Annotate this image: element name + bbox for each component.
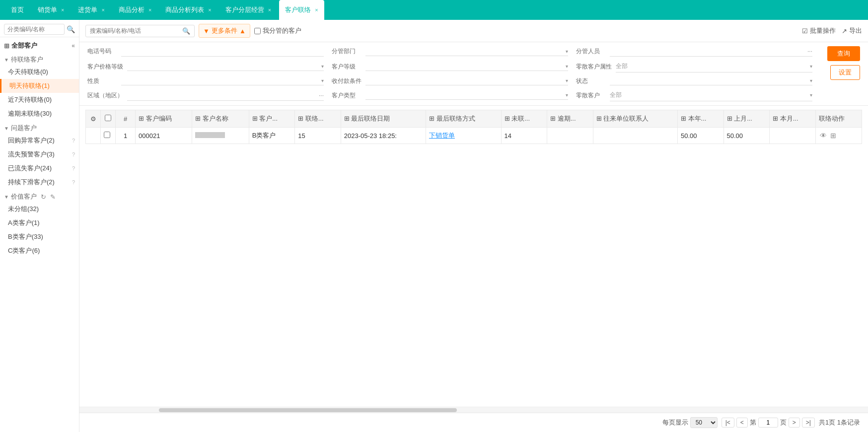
customer-name-masked: Ea xyxy=(195,132,225,138)
col-header-settings[interactable]: ⚙ xyxy=(86,110,101,128)
row-this-month-cell xyxy=(770,128,816,144)
close-purchase-order-icon[interactable]: × xyxy=(101,7,104,13)
sidebar-item-class-c[interactable]: C类客户(6) xyxy=(0,244,79,258)
filter-cell-nature: 性质 ▾ xyxy=(87,76,332,85)
nav-product-analysis-list[interactable]: 商品分析列表 × xyxy=(159,0,217,20)
col-header-action: 联络动作 xyxy=(815,110,862,128)
close-customer-contact-icon[interactable]: × xyxy=(315,7,318,13)
help-icon-declining: ? xyxy=(72,179,75,185)
nav-customer-contact[interactable]: 客户联络 × xyxy=(279,0,324,20)
value-refresh-icon[interactable]: ↻ xyxy=(41,193,46,201)
manager-more-icon[interactable]: ··· xyxy=(807,48,812,55)
filter-select-customer-grade[interactable]: ▾ xyxy=(365,62,568,71)
problem-customer-group-label[interactable]: ▼ 问题客户 xyxy=(0,121,79,134)
filter-cell-dept: 分管部门 ▾ xyxy=(332,47,576,56)
pending-contact-group-label[interactable]: ▼ 待联络客户 xyxy=(0,52,79,65)
price-grade-chevron-icon: ▾ xyxy=(321,64,324,69)
sidebar-item-today[interactable]: 今天待联络(0) xyxy=(0,65,79,79)
action-grid-icon[interactable]: ⊞ xyxy=(830,132,836,140)
sidebar-item-class-b[interactable]: B类客户(33) xyxy=(0,230,79,244)
per-page-select[interactable]: 50 100 200 xyxy=(690,417,718,428)
sidebar-item-repurchase-abnormal[interactable]: 回购异常客户(2) ? xyxy=(0,134,79,147)
nav-sales-order[interactable]: 销货单 × xyxy=(32,0,70,20)
filter-more-conditions-btn[interactable]: ▼ 更多条件 ▲ xyxy=(199,24,250,38)
action-view-icon[interactable]: 👁 xyxy=(820,132,827,140)
toolbar-search-input[interactable] xyxy=(90,27,180,34)
sidebar-item-churned[interactable]: 已流失客户(24) ? xyxy=(0,161,79,175)
row-last-contact-date-cell: 2023-05-23 18:25: xyxy=(341,128,426,144)
last-contact-method-link[interactable]: 下销货单 xyxy=(429,132,455,139)
filter-select-price-grade[interactable]: ▾ xyxy=(127,62,324,71)
col-header-checkbox[interactable] xyxy=(101,110,116,128)
first-page-btn[interactable]: |< xyxy=(722,418,734,428)
scrollbar-thumb[interactable] xyxy=(159,408,457,412)
filter-label-scattered: 零散客户 xyxy=(576,91,606,100)
customer-type-chevron-icon: ▾ xyxy=(566,92,568,98)
table-header-row: ⚙ # ⊞ 客户编码 ⊞ 客户名称 ⊞ 客户... ⊞ xyxy=(86,110,862,128)
filter-select-scattered[interactable]: 全部 ▾ xyxy=(610,89,812,101)
filter-select-status[interactable]: ▾ xyxy=(610,76,812,85)
value-edit-icon[interactable]: ✎ xyxy=(50,193,56,201)
filter-label-status: 状态 xyxy=(576,77,606,85)
filter-row-2: 客户价格等级 ▾ 客户等级 ▾ xyxy=(87,61,820,72)
row-checkbox[interactable] xyxy=(104,132,110,138)
region-more-icon[interactable]: ··· xyxy=(319,92,324,99)
nav-customer-segmentation[interactable]: 客户分层经营 × xyxy=(219,0,277,20)
next-page-btn[interactable]: > xyxy=(789,418,800,428)
filter-select-nature[interactable]: ▾ xyxy=(121,76,324,85)
sidebar-item-ungrouped[interactable]: 未分组(32) xyxy=(0,202,79,216)
setting-button[interactable]: 设置 xyxy=(830,65,860,80)
prev-page-btn[interactable]: < xyxy=(736,418,748,428)
filter-select-scattered-attr[interactable]: 全部 ▾ xyxy=(616,61,812,72)
my-customer-checkbox[interactable] xyxy=(254,28,261,34)
sidebar-item-overdue[interactable]: 逾期未联络(30) xyxy=(0,107,79,121)
filter-chevron-icon: ▲ xyxy=(239,27,246,35)
sidebar-item-declining[interactable]: 持续下滑客户(2) ? xyxy=(0,175,79,189)
query-setting-column: 查询 设置 xyxy=(820,46,860,80)
filter-label-nature: 性质 xyxy=(87,77,117,85)
sidebar-search-icon[interactable]: 🔍 xyxy=(67,25,75,33)
close-product-analysis-icon[interactable]: × xyxy=(148,7,151,13)
filter-select-payment[interactable]: ▾ xyxy=(365,76,568,85)
select-all-checkbox[interactable] xyxy=(105,115,111,121)
page-size-selector: 每页显示 50 100 200 xyxy=(662,417,718,428)
row-last-month-cell: 50.00 xyxy=(723,128,770,144)
close-customer-segmentation-icon[interactable]: × xyxy=(268,7,271,13)
filter-row-3: 性质 ▾ 收付款条件 ▾ xyxy=(87,76,820,85)
filter-select-dept[interactable]: ▾ xyxy=(365,47,568,56)
sidebar-item-tomorrow[interactable]: 明天待联络(1) xyxy=(0,79,79,93)
row-last-contact-method-cell[interactable]: 下销货单 xyxy=(426,128,501,144)
row-checkbox-cell[interactable] xyxy=(101,128,116,144)
horizontal-scrollbar[interactable] xyxy=(79,407,868,413)
sidebar-search-input[interactable] xyxy=(4,24,65,35)
row-settings-cell xyxy=(86,128,101,144)
page-number-input[interactable] xyxy=(758,418,778,428)
nav-home[interactable]: 首页 xyxy=(5,0,30,20)
pagination-nav: |< < 第 页 > >| xyxy=(722,418,815,428)
nav-purchase-order[interactable]: 进货单 × xyxy=(72,0,110,20)
filter-label-dept: 分管部门 xyxy=(332,47,362,56)
all-customers-header[interactable]: ⊞ 全部客户 « xyxy=(0,37,79,52)
help-icon-churn-warning: ? xyxy=(72,151,75,157)
nav-product-analysis[interactable]: 商品分析 × xyxy=(113,0,157,20)
total-records-label: 共1页 1条记录 xyxy=(819,418,860,427)
filter-select-customer-type[interactable]: ▾ xyxy=(365,91,568,100)
sidebar-item-churn-warning[interactable]: 流失预警客户(3) ? xyxy=(0,147,79,161)
export-btn[interactable]: ↗ 导出 xyxy=(842,26,862,35)
sidebar-item-class-a[interactable]: A类客户(1) xyxy=(0,216,79,230)
sidebar-item-7days[interactable]: 近7天待联络(0) xyxy=(0,93,79,107)
filter-select-region[interactable]: ··· xyxy=(127,90,324,101)
filter-select-manager[interactable]: ··· xyxy=(610,46,812,57)
my-customer-checkbox-group[interactable]: 我分管的客户 xyxy=(254,26,301,35)
close-sales-order-icon[interactable]: × xyxy=(61,7,64,13)
col-header-number: # xyxy=(116,110,136,128)
close-product-analysis-list-icon[interactable]: × xyxy=(208,7,211,13)
query-button[interactable]: 查询 xyxy=(827,46,860,61)
filter-input-phone[interactable] xyxy=(121,46,324,57)
page-suffix: 页 xyxy=(780,418,787,427)
value-customer-group-label[interactable]: ▼ 价值客户 ↻ ✎ xyxy=(0,189,79,202)
sidebar-all-customers-section: ⊞ 全部客户 « xyxy=(0,37,79,52)
batch-operation-btn[interactable]: ☑ 批量操作 xyxy=(802,26,836,35)
toolbar-search-icon[interactable]: 🔍 xyxy=(182,27,190,35)
last-page-btn[interactable]: >| xyxy=(802,418,815,428)
